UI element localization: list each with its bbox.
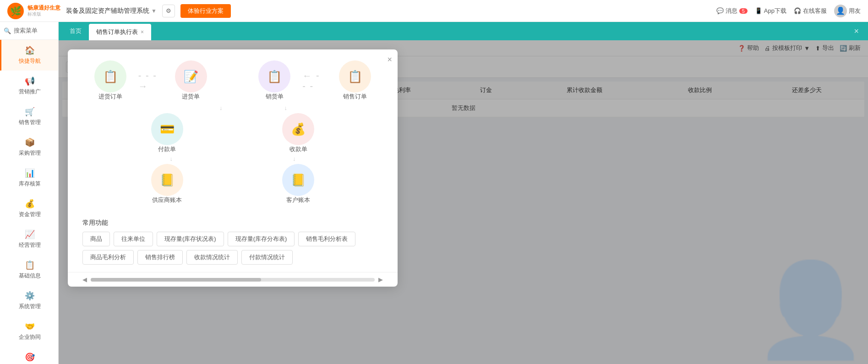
func-btn-receipt-stats[interactable]: 收款情况统计 — [186, 250, 238, 265]
spacer2 — [88, 113, 120, 153]
func-btn-product[interactable]: 商品 — [82, 232, 110, 246]
arrow-down-purchase-bill — [99, 104, 131, 111]
arrow-down-sales-order — [334, 104, 366, 111]
sales-order-icon: 📋 — [339, 60, 371, 92]
arrow-down-purchase-bill2: ↓ — [205, 104, 237, 111]
supplier-account-icon: 📒 — [151, 164, 183, 196]
tab-sales-order[interactable]: 销售订单执行表 × — [89, 24, 151, 40]
sidebar-item-guide[interactable]: 🎯 新手引导 — [0, 347, 58, 364]
supplier-account-node[interactable]: 📒 供应商账本 — [131, 164, 204, 204]
sidebar-item-purchase[interactable]: 📦 采购管理 — [0, 132, 58, 163]
s9 — [214, 164, 251, 204]
guide-icon: 🎯 — [25, 352, 35, 362]
sales-order-node[interactable]: 📋 销售订单 — [327, 60, 383, 101]
func-btn-sales-ranking[interactable]: 销售排行榜 — [137, 250, 183, 265]
system-icon: ⚙️ — [25, 291, 35, 301]
func-btn-product-profit[interactable]: 商品毛利分析 — [82, 250, 134, 265]
sales-bill-icon: 📋 — [258, 60, 290, 92]
sidebar-item-inventory[interactable]: 📊 库存核算 — [0, 163, 58, 193]
arrow-purchase-right: - - - → — [138, 71, 163, 92]
modal-overlay[interactable]: × 📋 进货订单 — [59, 40, 868, 364]
search-icon: 🔍 — [4, 27, 11, 34]
phone-icon: 📱 — [755, 7, 762, 14]
system-name-dropdown[interactable]: 装备及固定资产辅助管理系统 ▼ — [66, 7, 157, 15]
sidebar-item-system[interactable]: ⚙️ 系统管理 — [0, 285, 58, 316]
main-content: 首页 销售订单执行表 × × ❓ 帮助 🖨 — [59, 22, 868, 364]
enterprise-icon: 🤝 — [25, 321, 35, 331]
basic-icon: 📋 — [25, 260, 35, 270]
customer-account-icon: 📒 — [282, 164, 314, 196]
scroll-left-arrow[interactable]: ◀ — [82, 276, 87, 283]
message-badge: 5 — [739, 8, 748, 14]
function-buttons: 商品 往来单位 现存量(库存状况表) 现存量(库存分布表) 销售毛利分析表 商品… — [82, 232, 383, 265]
s7 — [337, 155, 369, 162]
arrow-sales-left: ← - - - — [302, 71, 327, 92]
message-icon: 💬 — [716, 7, 724, 14]
func-btn-inventory-dist[interactable]: 现存量(库存分布表) — [228, 232, 295, 246]
logo-text: 畅康通好生意 标准版 — [27, 5, 60, 16]
logo-icon: 🌿 — [7, 3, 24, 19]
sales-bill-node[interactable]: 📋 销货单 — [246, 60, 302, 101]
message-button[interactable]: 💬 消息 5 — [716, 7, 748, 15]
payment-order-icon: 💳 — [151, 113, 183, 145]
sidebar-item-quick-nav[interactable]: 🏠 快捷导航 — [0, 40, 58, 71]
flow-diagram: 📋 进货订单 - - - → 📝 — [68, 49, 398, 215]
sidebar-item-finance[interactable]: 💰 资金管理 — [0, 193, 58, 224]
spacer4 — [345, 113, 377, 153]
content-area: ❓ 帮助 🖨 按模板打印 ▼ ⬆ 导出 🔄 刷新 — [59, 40, 868, 364]
purchase-order-icon: 📋 — [94, 60, 126, 92]
func-btn-payment-stats[interactable]: 付款情况统计 — [241, 250, 293, 265]
sidebar-item-operations[interactable]: 📈 经营管理 — [0, 224, 58, 255]
sidebar-item-marketing[interactable]: 📢 营销推广 — [0, 71, 58, 101]
scroll-track[interactable] — [91, 278, 375, 282]
sidebar-item-sales[interactable]: 🛒 销售管理 — [0, 101, 58, 132]
finance-icon: 💰 — [25, 199, 35, 209]
s10 — [345, 164, 377, 204]
modal-close-button[interactable]: × — [387, 55, 392, 65]
operations-icon: 📈 — [25, 229, 35, 239]
spacer3 — [214, 113, 251, 153]
dropdown-arrow-icon: ▼ — [151, 8, 157, 14]
headset-icon: 🎧 — [794, 7, 801, 14]
experience-button[interactable]: 体验行业方案 — [180, 4, 231, 18]
func-btn-partner[interactable]: 往来单位 — [114, 232, 153, 246]
s8 — [88, 164, 120, 204]
func-btn-inventory-status[interactable]: 现存量(库存状况表) — [157, 232, 224, 246]
arrow-down-sales-bill: ↓ — [270, 104, 302, 111]
search-menu-button[interactable]: 🔍 搜索菜单 — [0, 22, 58, 40]
common-functions-title: 常用功能 — [82, 219, 383, 227]
close-tab-button[interactable]: × — [848, 27, 864, 36]
func-btn-sales-profit[interactable]: 销售毛利分析表 — [298, 232, 355, 246]
common-functions-section: 常用功能 商品 往来单位 现存量(库存状况表) 现存量(库存分布表) 销售毛利分… — [68, 215, 398, 272]
avatar: 👤 — [834, 5, 847, 17]
arrow-down-payment: ↓ — [155, 155, 187, 162]
payment-order-node[interactable]: 💳 付款单 — [131, 113, 204, 153]
decorative-figure: 👤 — [753, 256, 868, 364]
tab-home[interactable]: 首页 — [62, 22, 89, 40]
sidebar-item-basic[interactable]: 📋 基础信息 — [0, 255, 58, 285]
arrow-down-receipt: ↓ — [278, 155, 310, 162]
online-service-button[interactable]: 🎧 在线客服 — [794, 7, 827, 15]
home-icon: 🏠 — [25, 45, 35, 55]
system-name: 装备及固定资产辅助管理系统 — [66, 7, 149, 15]
marketing-icon: 📢 — [25, 76, 35, 86]
customer-account-node[interactable]: 📒 客户账本 — [262, 164, 335, 204]
user-menu[interactable]: 👤 用友 — [834, 5, 861, 17]
purchase-order-node[interactable]: 📋 进货订单 — [82, 60, 138, 101]
tabs-bar: 首页 销售订单执行表 × × — [59, 22, 868, 40]
app-download-button[interactable]: 📱 App下载 — [755, 7, 786, 15]
sidebar: 🔍 搜索菜单 🏠 快捷导航 📢 营销推广 🛒 销售管理 📦 采购管理 📊 — [0, 22, 59, 364]
inventory-icon: 📊 — [25, 168, 35, 178]
s6 — [214, 155, 251, 162]
purchase-bill-icon: 📝 — [175, 60, 207, 92]
sales-icon: 🛒 — [25, 107, 35, 117]
tab-close-icon[interactable]: × — [141, 29, 144, 35]
scroll-right-arrow[interactable]: ▶ — [378, 276, 383, 283]
receipt-order-icon: 💰 — [282, 113, 314, 145]
purchase-icon: 📦 — [25, 137, 35, 147]
s5 — [96, 155, 128, 162]
receipt-order-node[interactable]: 💰 收款单 — [262, 113, 335, 153]
purchase-bill-node[interactable]: 📝 进货单 — [163, 60, 219, 101]
settings-button[interactable]: ⚙ — [162, 5, 175, 17]
sidebar-item-enterprise[interactable]: 🤝 企业协同 — [0, 316, 58, 347]
